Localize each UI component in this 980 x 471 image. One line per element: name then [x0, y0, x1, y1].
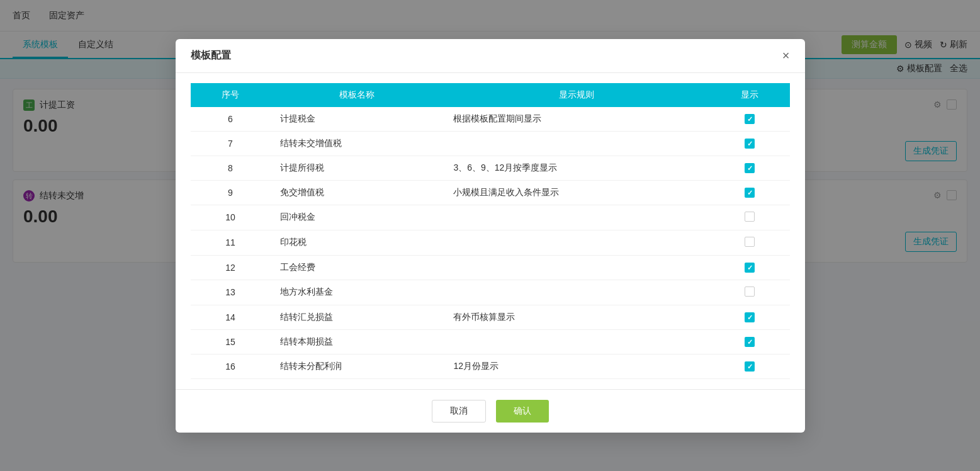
row-id-15: 15	[191, 329, 271, 354]
row-check-12[interactable]	[710, 255, 790, 280]
checkbox-checked-15[interactable]	[745, 337, 755, 347]
row-id-7: 7	[191, 131, 271, 156]
config-table: 序号 模板名称 显示规则 显示 6计提税金根据模板配置期间显示7结转未交增值税8…	[191, 83, 790, 379]
row-name-12: 工会经费	[270, 255, 443, 280]
row-name-7: 结转未交增值税	[270, 131, 443, 156]
table-row: 14结转汇兑损益有外币核算显示	[191, 305, 790, 329]
table-row: 10回冲税金	[191, 205, 790, 230]
row-name-8: 计提所得税	[270, 156, 443, 180]
modal-title: 模板配置	[191, 49, 231, 62]
row-name-6: 计提税金	[270, 107, 443, 132]
row-check-7[interactable]	[710, 131, 790, 156]
modal-body: 序号 模板名称 显示规则 显示 6计提税金根据模板配置期间显示7结转未交增值税8…	[176, 73, 805, 389]
checkbox-checked-9[interactable]	[745, 188, 755, 198]
confirm-button[interactable]: 确认	[496, 400, 549, 423]
row-check-13[interactable]	[710, 280, 790, 305]
row-name-14: 结转汇兑损益	[270, 305, 443, 329]
checkbox-checked-7[interactable]	[745, 139, 755, 149]
table-row: 15结转本期损益	[191, 329, 790, 354]
row-check-15[interactable]	[710, 329, 790, 354]
table-row: 12工会经费	[191, 255, 790, 280]
row-rule-6: 根据模板配置期间显示	[443, 107, 709, 132]
row-rule-12	[443, 255, 709, 280]
row-rule-9: 小规模且满足收入条件显示	[443, 180, 709, 205]
row-check-11[interactable]	[710, 230, 790, 255]
col-header-rule: 显示规则	[443, 83, 709, 107]
table-row: 16结转未分配利润12月份显示	[191, 354, 790, 378]
row-id-13: 13	[191, 280, 271, 305]
modal-header: 模板配置 ×	[176, 39, 805, 73]
row-rule-16: 12月份显示	[443, 354, 709, 378]
row-name-11: 印花税	[270, 230, 443, 255]
modal-footer: 取消 确认	[176, 389, 805, 433]
row-check-16[interactable]	[710, 354, 790, 378]
template-config-modal: 模板配置 × 序号 模板名称 显示规则 显示 6计提税金根据模板配置期间显	[176, 39, 805, 433]
cancel-button[interactable]: 取消	[432, 400, 486, 423]
row-id-11: 11	[191, 230, 271, 255]
checkbox-checked-6[interactable]	[745, 114, 755, 124]
row-check-8[interactable]	[710, 156, 790, 180]
checkbox-checked-8[interactable]	[745, 163, 755, 173]
row-rule-8: 3、6、9、12月按季度显示	[443, 156, 709, 180]
checkbox-checked-14[interactable]	[745, 312, 755, 322]
table-row: 8计提所得税3、6、9、12月按季度显示	[191, 156, 790, 180]
modal-close-button[interactable]: ×	[782, 49, 790, 62]
row-name-16: 结转未分配利润	[270, 354, 443, 378]
row-name-10: 回冲税金	[270, 205, 443, 230]
row-rule-7	[443, 131, 709, 156]
row-id-8: 8	[191, 156, 271, 180]
checkbox-checked-12[interactable]	[745, 263, 755, 273]
checkbox-unchecked-11[interactable]	[745, 237, 755, 247]
col-header-name: 模板名称	[270, 83, 443, 107]
row-check-10[interactable]	[710, 205, 790, 230]
row-check-9[interactable]	[710, 180, 790, 205]
row-id-10: 10	[191, 205, 271, 230]
table-scroll-container[interactable]: 序号 模板名称 显示规则 显示 6计提税金根据模板配置期间显示7结转未交增值税8…	[191, 83, 790, 379]
modal-overlay: 模板配置 × 序号 模板名称 显示规则 显示 6计提税金根据模板配置期间显	[0, 0, 980, 471]
table-header: 序号 模板名称 显示规则 显示	[191, 83, 790, 107]
row-rule-15	[443, 329, 709, 354]
table-row: 7结转未交增值税	[191, 131, 790, 156]
table-row: 9免交增值税小规模且满足收入条件显示	[191, 180, 790, 205]
row-name-9: 免交增值税	[270, 180, 443, 205]
row-rule-14: 有外币核算显示	[443, 305, 709, 329]
row-name-13: 地方水利基金	[270, 280, 443, 305]
checkbox-unchecked-13[interactable]	[745, 287, 755, 297]
row-id-14: 14	[191, 305, 271, 329]
row-check-14[interactable]	[710, 305, 790, 329]
row-id-12: 12	[191, 255, 271, 280]
checkbox-checked-16[interactable]	[745, 361, 755, 372]
row-id-6: 6	[191, 107, 271, 132]
checkbox-unchecked-10[interactable]	[745, 212, 755, 222]
table-row: 11印花税	[191, 230, 790, 255]
table-row: 13地方水利基金	[191, 280, 790, 305]
row-rule-10	[443, 205, 709, 230]
col-header-id: 序号	[191, 83, 271, 107]
row-id-9: 9	[191, 180, 271, 205]
col-header-show: 显示	[710, 83, 790, 107]
row-name-15: 结转本期损益	[270, 329, 443, 354]
row-rule-13	[443, 280, 709, 305]
row-id-16: 16	[191, 354, 271, 378]
row-rule-11	[443, 230, 709, 255]
table-row: 6计提税金根据模板配置期间显示	[191, 107, 790, 132]
row-check-6[interactable]	[710, 107, 790, 132]
table-body: 6计提税金根据模板配置期间显示7结转未交增值税8计提所得税3、6、9、12月按季…	[191, 107, 790, 379]
